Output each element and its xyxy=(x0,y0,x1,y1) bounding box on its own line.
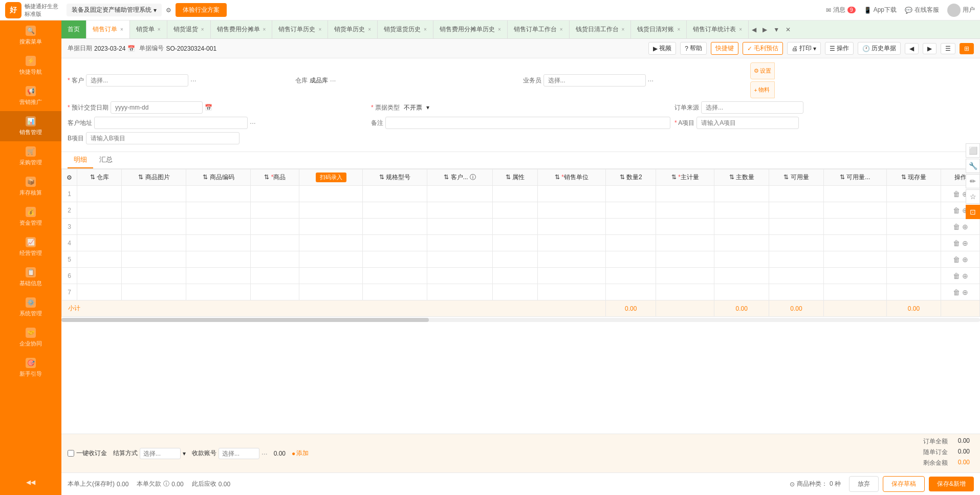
col-available-more[interactable]: ⇅ 可用量... xyxy=(823,169,886,186)
float-btn-1[interactable]: ⬜ xyxy=(966,143,980,158)
col-customer-no[interactable]: ⇅ 客户... ⓘ xyxy=(427,169,493,186)
tab-expense-split[interactable]: 销售费用分摊单 × xyxy=(211,20,273,39)
col-product-image[interactable]: ⇅ 商品图片 xyxy=(122,169,186,186)
col-scan[interactable]: 扫码录入 xyxy=(299,169,363,186)
gear-icon[interactable]: ⚙ xyxy=(166,7,171,14)
tab-close-sales-order[interactable]: × xyxy=(120,27,123,32)
tab-cash-workbench[interactable]: 钱货日清工作台 × xyxy=(570,20,631,39)
sidebar-item-search[interactable]: 🔍 搜索菜单 xyxy=(0,20,61,51)
col-attribute[interactable]: ⇅ 属性 xyxy=(493,169,537,186)
col-settings[interactable]: ⚙ xyxy=(62,169,77,186)
col-main-qty[interactable]: ⇅ 主数量 xyxy=(714,169,769,186)
row-delete-icon[interactable]: 🗑 xyxy=(953,272,960,280)
tab-home[interactable]: 首页 xyxy=(61,20,86,39)
settings-panel-btn[interactable]: ⚙ 设置 xyxy=(750,62,775,79)
salesman-dots-btn[interactable]: ··· xyxy=(648,76,654,84)
grid-view-btn[interactable]: ⊞ xyxy=(960,43,974,54)
tab-sales-order[interactable]: 销售订单 × xyxy=(86,20,130,39)
col-qty2[interactable]: ⇅ 数量2 xyxy=(606,169,656,186)
save-draft-btn[interactable]: 保存草稿 xyxy=(883,476,925,492)
payment-method-dropdown[interactable]: ▾ xyxy=(183,450,186,457)
app-download-btn[interactable]: 📱 App下载 xyxy=(864,6,897,14)
add-payment-btn[interactable]: ● 添加 xyxy=(292,449,309,458)
sidebar-collapse-btn[interactable]: ◀◀ xyxy=(0,475,61,490)
next-record-btn[interactable]: ▶ xyxy=(923,43,937,54)
tab-menu-btn[interactable]: ▼ xyxy=(770,26,782,33)
tab-close-order-workbench[interactable]: × xyxy=(560,27,563,32)
history-btn[interactable]: 🕐 历史单据 xyxy=(858,42,901,55)
tab-close-sales-invoice[interactable]: × xyxy=(158,27,161,32)
one-click-payment-checkbox[interactable] xyxy=(68,450,74,457)
remarks-input[interactable] xyxy=(385,117,670,129)
customer-addr-input[interactable] xyxy=(94,117,248,129)
customer-dots-btn[interactable]: ··· xyxy=(190,76,197,84)
industry-btn[interactable]: 体验行业方案 xyxy=(176,3,227,17)
sidebar-item-sales[interactable]: 📊 销售管理 xyxy=(0,111,61,141)
sidebar-item-management[interactable]: 📈 经营管理 xyxy=(0,232,61,262)
float-btn-3[interactable]: ✏ xyxy=(966,174,980,188)
row-copy-icon[interactable]: ⊕ xyxy=(962,255,968,264)
salesman-input[interactable] xyxy=(543,74,646,87)
sidebar-item-guide[interactable]: 🎯 新手引导 xyxy=(0,353,61,383)
col-main-unit[interactable]: ⇅ *主计量 xyxy=(656,169,714,186)
tab-close-invoice-history[interactable]: × xyxy=(368,27,371,32)
row-copy-icon[interactable]: ⊕ xyxy=(962,239,968,247)
tab-next-btn[interactable]: ▶ xyxy=(759,26,770,33)
sidebar-item-finance[interactable]: 💰 资金管理 xyxy=(0,202,61,232)
warehouse-dots-btn[interactable]: ··· xyxy=(330,76,336,84)
col-spec[interactable]: ⇅ 规格型号 xyxy=(363,169,427,186)
prev-record-btn[interactable]: ◀ xyxy=(905,43,919,54)
detail-tab-summary[interactable]: 汇总 xyxy=(93,152,119,168)
customer-input[interactable] xyxy=(86,74,188,87)
print-btn[interactable]: 🖨 打印 ▾ xyxy=(787,42,821,55)
float-btn-4[interactable]: ☆ xyxy=(966,189,980,204)
online-service-btn[interactable]: 💬 在线客服 xyxy=(905,6,939,14)
tab-order-workbench[interactable]: 销售订单工作台 × xyxy=(508,20,570,39)
tab-invoice-history[interactable]: 销货单历史 × xyxy=(328,20,378,39)
tab-expense-history[interactable]: 销售费用分摊单历史 × xyxy=(433,20,508,39)
save-new-btn[interactable]: 保存&新增 xyxy=(929,477,974,491)
sidebar-item-marketing[interactable]: 📢 营销推广 xyxy=(0,81,61,111)
tab-close-return[interactable]: × xyxy=(201,27,204,32)
row-delete-icon[interactable]: 🗑 xyxy=(953,288,960,296)
tab-close-order-stats[interactable]: × xyxy=(739,27,742,32)
list-view-btn[interactable]: ☰ xyxy=(941,43,955,54)
float-btn-5[interactable]: ⊡ xyxy=(966,205,980,219)
material-panel-btn[interactable]: + 物料 xyxy=(750,81,775,98)
sidebar-item-purchase[interactable]: 🛒 采购管理 xyxy=(0,141,61,171)
col-warehouse[interactable]: ⇅ 仓库 xyxy=(77,169,122,186)
discard-btn[interactable]: 放弃 xyxy=(849,476,879,492)
tab-sales-invoice[interactable]: 销货单 × xyxy=(130,20,167,39)
view-video-btn[interactable]: ▶ 视频 xyxy=(648,42,676,55)
payment-method-input[interactable] xyxy=(140,448,181,459)
scan-input-btn[interactable]: 扫码录入 xyxy=(316,173,346,182)
sidebar-item-quick-nav[interactable]: ⚡ 快捷导航 xyxy=(0,51,61,81)
horizontal-scrollbar[interactable] xyxy=(61,318,980,322)
shortcut-btn[interactable]: 快捷键 xyxy=(711,42,738,55)
tab-return-history[interactable]: 销货退货历史 × xyxy=(378,20,433,39)
tab-close-expense-split[interactable]: × xyxy=(263,27,266,32)
col-current-stock[interactable]: ⇅ 现存量 xyxy=(886,169,941,186)
b-project-input[interactable] xyxy=(86,132,239,144)
account-dots-btn[interactable]: ··· xyxy=(262,449,268,458)
tab-prev-btn[interactable]: ◀ xyxy=(749,26,759,33)
addr-dots-btn[interactable]: ··· xyxy=(250,119,256,127)
sidebar-item-inventory[interactable]: 📦 库存核算 xyxy=(0,171,61,202)
row-copy-icon[interactable]: ⊕ xyxy=(962,288,968,296)
tab-close-return-history[interactable]: × xyxy=(424,27,427,32)
message-btn[interactable]: ✉ 消息 9 xyxy=(826,6,856,14)
tab-close-cash-reconcile[interactable]: × xyxy=(677,27,680,32)
col-product-code[interactable]: ⇅ 商品编码 xyxy=(186,169,251,186)
operation-btn[interactable]: ☰ 操作 xyxy=(825,42,854,55)
row-delete-icon[interactable]: 🗑 xyxy=(953,239,960,247)
tab-close-cash-workbench[interactable]: × xyxy=(622,27,625,32)
invoice-dropdown-icon[interactable]: ▾ xyxy=(426,104,429,111)
row-copy-icon[interactable]: ⊕ xyxy=(962,223,968,231)
delivery-date-input[interactable] xyxy=(111,101,203,114)
help-btn[interactable]: ? 帮助 xyxy=(680,42,707,55)
row-copy-icon[interactable]: ⊕ xyxy=(962,272,968,280)
tab-close-all-btn[interactable]: ✕ xyxy=(782,26,794,33)
col-sales-unit[interactable]: ⇅ *销售单位 xyxy=(537,169,606,186)
tab-cash-reconcile[interactable]: 钱货日清对账 × xyxy=(631,20,687,39)
delivery-calendar-icon[interactable]: 📅 xyxy=(205,104,212,111)
